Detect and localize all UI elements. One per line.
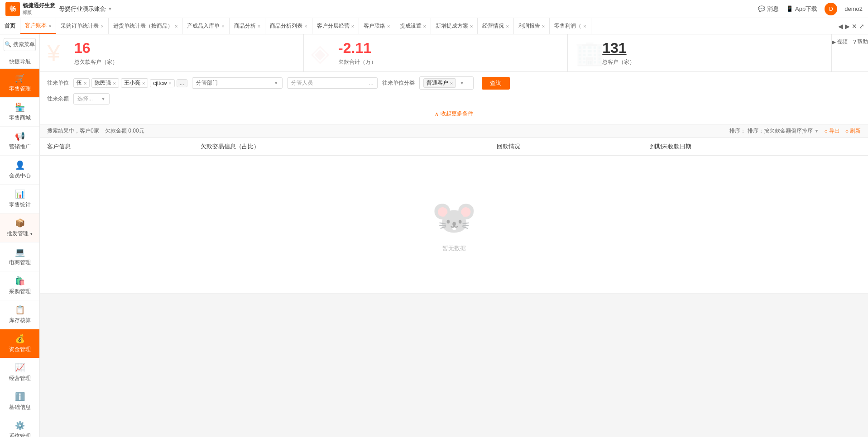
filter-tag-wu[interactable]: 伍 × — [73, 78, 90, 88]
app-download-btn[interactable]: 📱 App下载 — [786, 5, 817, 13]
sidebar-item-label: 批发管理 — [7, 230, 29, 238]
retail-mgmt-icon: 🛒 — [15, 73, 25, 83]
results-bar-right: 排序： 排序：按欠款金额倒序排序 ▼ ○ 导出 ○ 刷新 — [729, 127, 861, 135]
nav-next-icon[interactable]: ▶ — [845, 23, 850, 30]
member-center-icon: 👤 — [15, 160, 25, 170]
avatar[interactable]: D — [825, 3, 837, 15]
sidebar-item-label: 基础信息 — [9, 404, 31, 411]
basic-info-icon: ℹ️ — [15, 392, 25, 402]
refresh-button[interactable]: ○ 刷新 — [845, 127, 861, 135]
message-btn[interactable]: 💬 消息 — [758, 5, 779, 13]
filter-tag-cjttcw[interactable]: cjttcw × — [150, 79, 174, 87]
dept-selector[interactable]: 分管部门 ▼ — [192, 77, 283, 89]
stat-customers2-bg-icon: 🏢 — [575, 39, 604, 67]
search-menu-button[interactable]: 🔍 搜索菜单 — [4, 38, 36, 51]
content-area: ¥ 16 总欠款客户（家） ◈ -2.11 欠款合计（万） 🏢 131 总客户（… — [40, 34, 868, 437]
stat-total-customers2: 🏢 131 总客户（家） — [568, 34, 832, 71]
person-selector[interactable]: 分管人员 ... — [287, 77, 378, 89]
filter-tag-wang[interactable]: 王小亮 × — [121, 78, 148, 88]
sidebar-item-basic-info[interactable]: ℹ️ 基础信息 — [0, 387, 39, 416]
close-icon[interactable]: × — [221, 24, 224, 29]
close-icon[interactable]: × — [542, 24, 545, 29]
tab-goods-analysis-list[interactable]: 商品分析列表 × — [265, 18, 312, 34]
tab-inbound-stats[interactable]: 进货单统计表（按商品） × — [109, 18, 182, 34]
tab-operation[interactable]: 经营情况 × — [478, 18, 513, 34]
sidebar-item-operation[interactable]: 📈 经营管理 — [0, 358, 39, 387]
tag-close-icon[interactable]: × — [450, 81, 453, 86]
more-tags-btn[interactable]: ... — [177, 79, 187, 87]
close-icon[interactable]: × — [583, 24, 586, 29]
sidebar-item-purchase[interactable]: 🛍️ 采购管理 — [0, 271, 39, 300]
export-button[interactable]: ○ 导出 — [825, 127, 840, 135]
chevron-down-icon: ▼ — [815, 128, 819, 133]
tab-product-inbound[interactable]: 产成品入库单 × — [182, 18, 229, 34]
stat-value-total-customers: 16 — [74, 40, 118, 57]
close-icon[interactable]: × — [387, 24, 390, 29]
sidebar-item-inventory[interactable]: 📋 库存核算 — [0, 300, 39, 329]
empty-label: 暂无数据 — [442, 244, 466, 252]
sort-selector[interactable]: 排序： 排序：按欠款金额倒序排序 ▼ — [729, 127, 819, 135]
nav-tabs: 首页 客户账本 × 采购订单统计表 × 进货单统计表（按商品） × 产成品入库单… — [0, 18, 868, 34]
tab-profit-report[interactable]: 利润报告 × — [514, 18, 550, 34]
tab-customer-contact[interactable]: 客户联络 × — [359, 18, 395, 34]
close-icon[interactable]: × — [101, 24, 103, 29]
tab-commission-setting[interactable]: 提成设置 × — [395, 18, 431, 34]
stat-text: 131 总客户（家） — [602, 40, 635, 66]
nav-expand-icon[interactable]: ⤢ — [859, 23, 864, 30]
tab-customer-tier[interactable]: 客户分层经营 × — [312, 18, 359, 34]
store-selector[interactable]: 母婴行业演示账套 ▼ — [59, 5, 112, 13]
tag-close-icon[interactable]: × — [168, 81, 171, 86]
stat-value-debt: -2.11 — [338, 40, 376, 57]
close-icon[interactable]: × — [351, 24, 354, 29]
sidebar-item-system[interactable]: ⚙️ 系统管理 — [0, 416, 39, 437]
results-summary: 搜索结果中，客户0家 欠款金额 0.00元 — [47, 127, 144, 135]
tab-home[interactable]: 首页 — [0, 18, 20, 34]
tab-goods-analysis[interactable]: 商品分析 × — [230, 18, 265, 34]
filter-tag-chen[interactable]: 陈民强 × — [91, 78, 119, 88]
tab-customer-ledger[interactable]: 客户账本 × — [20, 18, 56, 34]
sidebar-item-member-center[interactable]: 👤 会员中心 — [0, 156, 39, 185]
sidebar-item-label: 零售统计 — [9, 201, 31, 209]
retail-stats-icon: 📊 — [15, 189, 25, 199]
tag-close-icon[interactable]: × — [113, 81, 115, 86]
logo-text: 畅捷通好生意 标版 — [23, 2, 55, 16]
close-icon[interactable]: × — [506, 24, 508, 29]
close-icon[interactable]: × — [48, 23, 51, 28]
top-bar-left: 畅 畅捷通好生意 标版 母婴行业演示账套 ▼ — [5, 2, 112, 16]
nav-prev-icon[interactable]: ◀ — [838, 23, 843, 30]
sidebar-item-finance[interactable]: 💰 资金管理 — [0, 329, 39, 358]
sidebar-item-ecommerce[interactable]: 💻 电商管理 — [0, 242, 39, 271]
sidebar-item-label: 采购管理 — [9, 288, 31, 295]
results-bar: 搜索结果中，客户0家 欠款金额 0.00元 排序： 排序：按欠款金额倒序排序 ▼… — [40, 124, 868, 138]
sidebar: 🔍 搜索菜单 快捷导航 🛒 零售管理 🏪 零售商城 📢 营销推广 👤 会员中心 … — [0, 34, 40, 437]
collapse-btn[interactable]: ∧ 收起更多条件 — [47, 108, 861, 119]
tab-purchase-order[interactable]: 采购订单统计表 × — [56, 18, 108, 34]
balance-selector[interactable]: 选择... ▼ — [73, 93, 110, 104]
sidebar-item-retail-stats[interactable]: 📊 零售统计 — [0, 185, 39, 214]
sidebar-item-marketing[interactable]: 📢 营销推广 — [0, 127, 39, 156]
unit-type-selector[interactable]: 普通客户 × ▼ — [419, 76, 474, 90]
help-links: ▶ 视频 ? 帮助 — [832, 34, 868, 71]
close-icon[interactable]: × — [175, 24, 177, 29]
close-icon[interactable]: × — [304, 24, 307, 29]
help-doc-link[interactable]: ? 帮助 — [853, 38, 868, 46]
balance-placeholder: 选择... — [77, 95, 93, 103]
tab-retail-profit[interactable]: 零售利润（ × — [550, 18, 591, 34]
close-icon[interactable]: × — [470, 24, 473, 29]
query-button[interactable]: 查询 — [482, 77, 510, 90]
help-video-link[interactable]: ▶ 视频 — [832, 38, 848, 46]
sidebar-item-retail-mall[interactable]: 🏪 零售商城 — [0, 98, 39, 127]
empty-state: 🐭 暂无数据 — [47, 160, 861, 289]
sidebar-item-batch-mgmt[interactable]: 📦 批发管理 ▾ — [0, 214, 39, 242]
sidebar-item-retail-mgmt[interactable]: 🛒 零售管理 — [0, 69, 39, 98]
tag-close-icon[interactable]: × — [142, 81, 145, 86]
retail-mall-icon: 🏪 — [15, 102, 25, 112]
tab-add-commission[interactable]: 新增提成方案 × — [431, 18, 478, 34]
stat-label-total-customers2: 总客户（家） — [602, 58, 635, 66]
close-icon[interactable]: × — [258, 24, 260, 29]
sidebar-quick-nav[interactable]: 快捷导航 — [0, 55, 39, 69]
close-icon[interactable]: × — [423, 24, 426, 29]
nav-close-all-icon[interactable]: ✕ — [852, 23, 857, 30]
stat-text: 16 总欠款客户（家） — [74, 40, 118, 66]
tag-close-icon[interactable]: × — [84, 81, 86, 86]
